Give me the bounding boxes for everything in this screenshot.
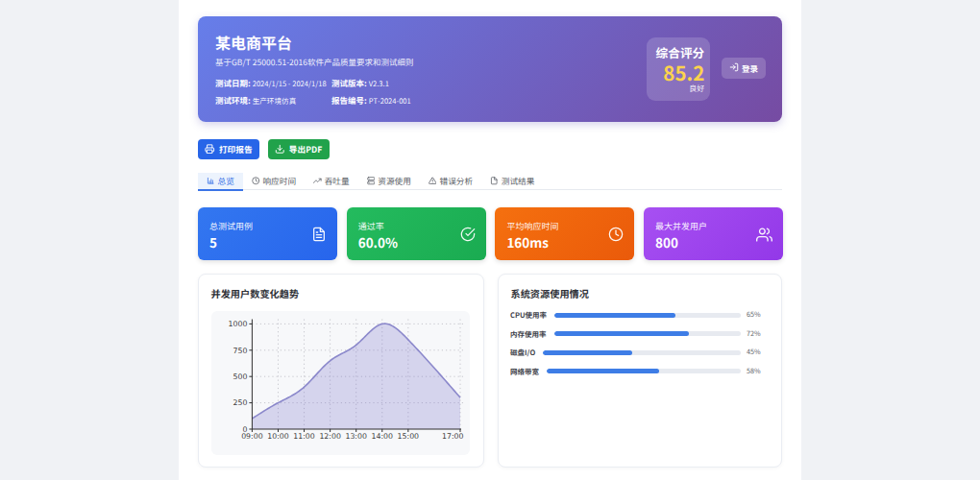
svg-text:17:00: 17:00 [442,432,464,441]
file-icon [490,177,499,185]
svg-text:14:00: 14:00 [372,432,394,441]
memory-progressbar [554,331,742,336]
stat-card-max-concurrency: 最大并发用户 800 [644,207,783,260]
trend-chart-svg: 0250500750100009:0010:0011:0012:0013:001… [211,311,470,455]
resources-card-title: 系统资源使用情况 [511,288,590,300]
trend-up-icon [313,177,322,185]
stat-card-avg-response: 平均响应时间 160ms [495,207,634,260]
report-tabs: 总览 响应时间 吞吐量 资源使用 错误分析 测试结果 [198,173,782,190]
concurrent-users-chart: 0250500750100009:0010:0011:0012:0013:001… [211,311,470,455]
disk-progress-fill [543,350,632,355]
stat-card-total-cases: 总测试用例 5 [198,207,337,260]
server-icon [367,177,376,185]
login-button[interactable]: 登录 [722,58,766,79]
users-icon [756,227,772,243]
meta-test-env: 测试环境: 生产环境仿真 [215,95,296,105]
login-icon [729,62,739,74]
print-report-button[interactable]: 打印报告 [198,139,259,159]
resource-row-cpu: CPU使用率 65% [510,308,770,322]
concurrent-users-trend-card: 并发用户数变化趋势 0250500750100009:0010:0011:001… [198,274,484,468]
report-page: 某电商平台 基于GB/T 25000.51-2016软件产品质量要求和测试细则 … [0,0,980,480]
trend-card-title: 并发用户数变化趋势 [211,288,300,300]
svg-text:500: 500 [233,372,248,381]
page-subtitle: 基于GB/T 25000.51-2016软件产品质量要求和测试细则 [215,57,413,66]
cpu-progress-fill [554,313,675,318]
svg-text:250: 250 [233,398,248,407]
clock-icon [252,177,260,185]
tab-error-analysis[interactable]: 错误分析 [420,173,481,190]
clock-icon [608,227,624,242]
svg-text:12:00: 12:00 [319,432,341,441]
meta-test-version: 测试版本: V2.3.1 [331,78,389,87]
tab-throughput[interactable]: 吞吐量 [305,173,358,190]
tab-response-time[interactable]: 响应时间 [243,173,305,190]
check-circle-icon [460,227,476,242]
svg-text:10:00: 10:00 [267,432,289,441]
resource-row-disk: 磁盘I/O 45% [510,346,770,359]
svg-text:1000: 1000 [229,320,248,328]
resource-row-memory: 内存使用率 72% [510,327,770,341]
bar-chart-icon [207,177,215,185]
meta-test-date: 测试日期: 2024/1/15 - 2024/1/18 [215,78,327,87]
overall-score-box: 综合评分 85.2 良好 [647,37,711,101]
stat-card-pass-rate: 通过率 60.0% [347,207,486,260]
svg-text:09:00: 09:00 [241,432,263,441]
printer-icon [205,144,215,155]
alert-triangle-icon [429,177,437,185]
export-pdf-button[interactable]: 导出PDF [268,139,330,159]
tab-overview[interactable]: 总览 [198,173,243,190]
system-resources-card: 系统资源使用情况 CPU使用率 65% 内存使用率 72% 磁盘I/O 45% … [498,274,782,468]
memory-progress-fill [554,331,689,336]
network-progress-fill [547,369,659,373]
file-text-icon [311,227,327,242]
score-value: 85.2 [663,62,704,83]
report-header-card: 某电商平台 基于GB/T 25000.51-2016软件产品质量要求和测试细则 … [198,16,782,122]
page-title: 某电商平台 [215,34,292,52]
cpu-progressbar [554,313,741,318]
download-icon [275,144,285,155]
tab-resource-usage[interactable]: 资源使用 [358,173,420,190]
tab-test-results[interactable]: 测试结果 [481,173,543,190]
network-progressbar [547,369,741,373]
content-container: 某电商平台 基于GB/T 25000.51-2016软件产品质量要求和测试细则 … [179,0,801,480]
resource-row-network: 网络带宽 58% [510,365,770,378]
svg-text:750: 750 [233,346,248,354]
svg-text:11:00: 11:00 [293,432,315,441]
svg-text:15:00: 15:00 [398,432,420,441]
disk-progressbar [543,350,741,355]
svg-text:13:00: 13:00 [345,432,367,441]
score-grade: 良好 [689,84,704,92]
meta-report-no: 报告编号: PT-2024-001 [331,95,411,105]
